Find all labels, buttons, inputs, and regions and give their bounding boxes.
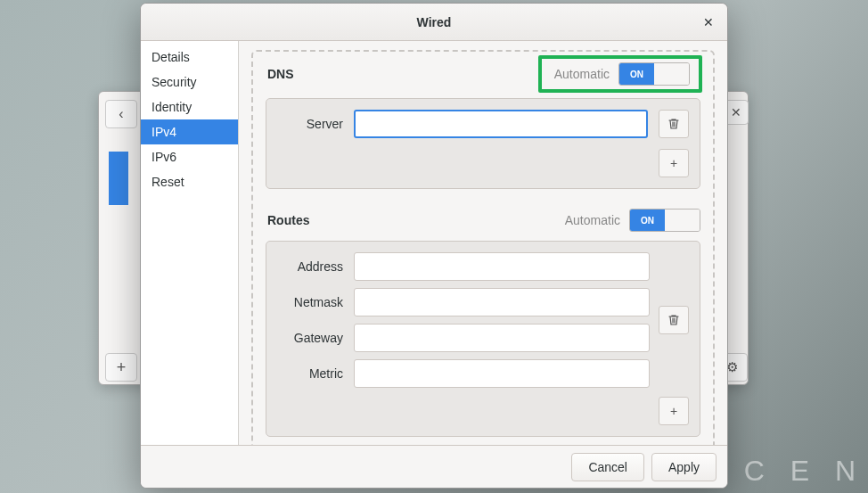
route-entry: Address Netmask Gateway Metric xyxy=(277,252,689,388)
sidebar-item-ipv6[interactable]: IPv6 xyxy=(141,144,238,169)
dns-add-button[interactable]: + xyxy=(659,149,689,177)
route-delete-button[interactable] xyxy=(659,306,689,334)
sidebar-item-ipv4[interactable]: IPv4 xyxy=(141,119,238,144)
route-side xyxy=(659,252,689,388)
route-netmask-label: Netmask xyxy=(277,295,343,309)
dns-automatic-switch[interactable]: ON xyxy=(618,62,690,86)
route-fields: Address Netmask Gateway Metric xyxy=(277,252,650,388)
trash-icon xyxy=(667,118,680,130)
sidebar-item-label: Reset xyxy=(151,175,184,189)
routes-header: Routes Automatic ON xyxy=(253,201,713,241)
sidebar: Details Security Identity IPv4 IPv6 Rese… xyxy=(141,41,239,445)
routes-automatic-label: Automatic xyxy=(565,213,620,227)
window-title: Wired xyxy=(417,15,452,29)
back-button-bg: ‹ xyxy=(105,100,137,128)
route-address-input[interactable] xyxy=(354,252,650,281)
routes-panel: Address Netmask Gateway Metric xyxy=(266,241,700,437)
watermark: C E N xyxy=(741,449,868,493)
background-stripe xyxy=(109,152,128,205)
route-gateway-label: Gateway xyxy=(277,331,343,345)
trash-icon xyxy=(667,314,680,326)
close-button[interactable]: ✕ xyxy=(699,12,718,32)
dns-delete-button[interactable] xyxy=(659,110,689,138)
scroll-area: DNS Automatic ON Server xyxy=(251,50,715,445)
routes-automatic-switch[interactable]: ON xyxy=(629,209,700,232)
apply-button[interactable]: Apply xyxy=(651,453,717,481)
sidebar-item-reset[interactable]: Reset xyxy=(141,169,238,194)
routes-automatic-wrap: Automatic ON xyxy=(565,209,700,232)
plus-icon: + xyxy=(670,404,677,418)
dns-server-row: Server xyxy=(277,110,689,138)
content: DNS Automatic ON Server xyxy=(239,41,727,445)
dns-automatic-label: Automatic xyxy=(554,67,610,81)
sidebar-item-label: IPv4 xyxy=(151,125,176,139)
titlebar: Wired ✕ xyxy=(141,4,727,41)
plus-icon: + xyxy=(670,156,677,170)
close-icon: ✕ xyxy=(703,15,714,29)
dialog-body: Details Security Identity IPv4 IPv6 Rese… xyxy=(141,41,727,445)
sidebar-item-label: Security xyxy=(151,75,197,89)
sidebar-item-details[interactable]: Details xyxy=(141,45,238,70)
sidebar-item-identity[interactable]: Identity xyxy=(141,94,238,119)
action-bar: Cancel Apply xyxy=(141,445,727,488)
switch-handle xyxy=(665,210,700,231)
sidebar-item-security[interactable]: Security xyxy=(141,70,238,94)
dns-title: DNS xyxy=(267,67,294,81)
routes-add-row: + xyxy=(277,393,689,425)
switch-on-label: ON xyxy=(619,63,654,85)
switch-handle xyxy=(654,63,689,85)
dns-header: DNS Automatic ON xyxy=(253,52,713,98)
dns-automatic-highlight: Automatic ON xyxy=(538,55,702,93)
routes-title: Routes xyxy=(267,213,309,227)
dns-server-input[interactable] xyxy=(354,110,648,138)
dns-panel: Server + xyxy=(266,98,700,189)
route-gateway-input[interactable] xyxy=(354,324,650,352)
route-metric-label: Metric xyxy=(277,366,343,381)
routes-add-button[interactable]: + xyxy=(659,397,689,425)
dns-server-label: Server xyxy=(277,117,343,131)
plus-button-bg: + xyxy=(105,353,137,382)
dns-add-row: + xyxy=(277,145,689,177)
route-metric-input[interactable] xyxy=(354,359,650,388)
route-netmask-input[interactable] xyxy=(354,288,650,316)
sidebar-item-label: IPv6 xyxy=(151,150,176,164)
sidebar-item-label: Details xyxy=(151,50,190,64)
route-address-label: Address xyxy=(277,259,343,274)
cancel-button[interactable]: Cancel xyxy=(571,453,644,481)
dialog: Wired ✕ Details Security Identity IPv4 I… xyxy=(140,3,728,489)
sidebar-item-label: Identity xyxy=(151,100,192,114)
switch-on-label: ON xyxy=(630,210,665,231)
